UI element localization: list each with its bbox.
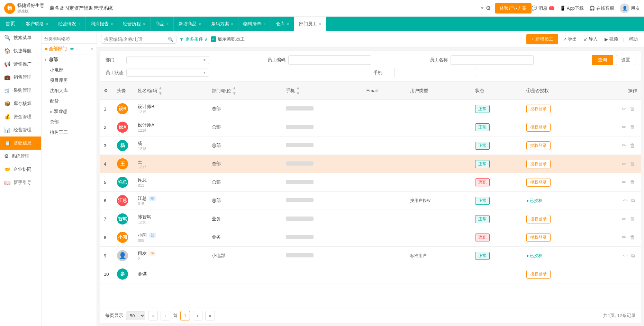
- emp-status-select[interactable]: ▼: [126, 69, 209, 77]
- copy-button[interactable]: ⧉: [631, 253, 635, 258]
- auth-button[interactable]: 授权登录: [526, 270, 551, 279]
- tab-bom[interactable]: 物料清单 ×: [238, 17, 271, 31]
- last-page-button[interactable]: »: [205, 311, 215, 320]
- col-name-code[interactable]: 姓名/编码 ▲▼: [134, 82, 208, 100]
- edit-button[interactable]: ✏: [623, 253, 628, 258]
- page-label: 首: [173, 312, 178, 319]
- edit-button[interactable]: ✏: [623, 197, 628, 203]
- tab-customer[interactable]: 客户联络 ×: [21, 17, 53, 31]
- sidebar-item-inventory[interactable]: 📦 库存核算: [0, 97, 41, 110]
- dept-edit-icon[interactable]: ✏: [70, 46, 74, 52]
- help-button[interactable]: 帮助: [627, 35, 640, 44]
- tab-business[interactable]: 经营情况 ×: [53, 17, 85, 31]
- tab-new-goods[interactable]: 新增商品 ×: [174, 17, 206, 31]
- sidebar-item-finance[interactable]: 💰 资金管理: [0, 110, 41, 123]
- edit-button[interactable]: ✏: [622, 234, 626, 240]
- delete-button[interactable]: 🗑: [630, 106, 635, 112]
- prev-page-button[interactable]: ‹: [161, 311, 170, 320]
- reset-button[interactable]: 设置: [616, 55, 635, 65]
- sidebar-item-search[interactable]: 🔍 搜索菜单: [0, 31, 41, 44]
- dept-item-zhishu[interactable]: 植树王三: [42, 127, 97, 138]
- trial-button[interactable]: 体验行业方案: [495, 3, 532, 14]
- auth-button[interactable]: 授权登录: [526, 123, 551, 132]
- col-phone[interactable]: 手机 ▲▼: [282, 82, 362, 100]
- tab-warehouse[interactable]: 仓库 ×: [271, 17, 294, 31]
- tab-barcode[interactable]: 条码方案 ×: [206, 17, 238, 31]
- table-row: 10 参 参谋: [100, 265, 641, 283]
- auth-button[interactable]: 授权登录: [526, 160, 551, 168]
- export-button[interactable]: ↗ 导出: [561, 35, 579, 44]
- delete-button[interactable]: 🗑: [630, 142, 635, 148]
- edit-button[interactable]: ✏: [622, 106, 626, 112]
- auth-button[interactable]: 授权登录: [526, 233, 551, 242]
- sidebar-item-sales[interactable]: 💼 销售管理: [0, 71, 41, 84]
- col-settings[interactable]: ⚙: [100, 82, 113, 100]
- phone-input[interactable]: [394, 68, 477, 77]
- sidebar-item-basic[interactable]: 📋 基础信息: [0, 136, 41, 150]
- tab-journey[interactable]: 经营历程 ×: [118, 17, 150, 31]
- first-page-button[interactable]: «: [148, 311, 158, 320]
- delete-button[interactable]: 🗑: [630, 179, 635, 185]
- copy-button[interactable]: ⧉: [631, 197, 635, 203]
- tab-profit[interactable]: 利润报告 ×: [86, 17, 118, 31]
- col-dept-position[interactable]: 部门/职位 ▲▼: [208, 82, 282, 100]
- row-name-code: 设计师B 1215: [134, 100, 208, 118]
- video-button[interactable]: ▶ 视频: [602, 35, 620, 44]
- emp-name-input[interactable]: [451, 55, 534, 65]
- add-employee-button[interactable]: + 新增员工: [526, 34, 558, 44]
- auth-button[interactable]: 授权登录: [526, 141, 551, 150]
- online-service-button[interactable]: 🎧 在线客服: [589, 5, 614, 11]
- tab-goods[interactable]: 商品 ×: [151, 17, 174, 31]
- tab-home[interactable]: 首页: [0, 17, 21, 31]
- show-all-checkbox[interactable]: ✓ 显示离职员工: [211, 36, 245, 42]
- search-icon[interactable]: 🔍: [168, 37, 173, 42]
- delete-button[interactable]: 🗑: [630, 124, 635, 130]
- auth-button[interactable]: 授权登录: [526, 215, 551, 223]
- search-input[interactable]: [104, 37, 166, 42]
- dept-item-zongbu[interactable]: 总部: [42, 117, 97, 127]
- dept-collapse-icon[interactable]: «: [91, 46, 93, 52]
- dept-item-peihuo[interactable]: 配货: [42, 96, 97, 106]
- basic-icon: 📋: [4, 140, 11, 146]
- auth-button[interactable]: 授权登录: [526, 105, 551, 113]
- filter-caret: ∧: [205, 37, 208, 42]
- sidebar-item-purchase[interactable]: 🛒 采购管理: [0, 84, 41, 97]
- edit-button[interactable]: ✏: [622, 179, 626, 185]
- delete-button[interactable]: 🗑: [630, 161, 635, 167]
- sidebar-item-operations[interactable]: 📊 经营管理: [0, 123, 41, 136]
- sidebar-item-marketing[interactable]: 📢 营销推广: [0, 58, 41, 71]
- table-header-row: ⚙ 头像 姓名/编码 ▲▼ 部门/职位: [100, 82, 641, 100]
- dept-item-shuangxu[interactable]: ▶双虚想: [42, 106, 97, 117]
- dept-select[interactable]: ▼: [126, 56, 209, 64]
- query-button[interactable]: 查询: [592, 55, 613, 65]
- auth-button[interactable]: 授权登录: [526, 178, 551, 187]
- dept-item-xiaodian[interactable]: 小电部: [42, 65, 97, 75]
- dept-item-xiangmu[interactable]: 项目库房: [42, 75, 97, 86]
- dropdown-arrow-icon[interactable]: ▼: [480, 6, 484, 11]
- sidebar-label-purchase: 采购管理: [13, 87, 31, 94]
- dept-item-shenyang[interactable]: 沈阳大库: [42, 86, 97, 96]
- delete-button[interactable]: 🗑: [630, 234, 635, 240]
- emp-code-input[interactable]: [288, 55, 371, 65]
- app-download-button[interactable]: 📱 App下载: [560, 5, 584, 11]
- msg-button[interactable]: 💬 消息 5: [532, 5, 554, 11]
- user-area[interactable]: 👤 用友: [620, 3, 640, 13]
- page-size-select[interactable]: 50 100 200: [126, 311, 145, 320]
- sidebar-item-nav[interactable]: 🏠 快捷导航: [0, 44, 41, 58]
- sidebar-item-guide[interactable]: 📖 新手引导: [0, 176, 41, 189]
- settings-icon[interactable]: ⚙: [486, 5, 491, 11]
- sidebar-item-collab[interactable]: 🤝 企业协同: [0, 163, 41, 176]
- edit-button[interactable]: ✏: [622, 124, 626, 130]
- dept-item-zongbu-group[interactable]: ▼总部: [42, 54, 97, 65]
- edit-button[interactable]: ✏: [622, 216, 626, 222]
- next-page-button[interactable]: ›: [193, 311, 202, 320]
- sidebar-item-system[interactable]: ⚙ 系统管理: [0, 150, 41, 163]
- tab-dept-employee[interactable]: 部门员工 ×: [294, 17, 326, 31]
- more-filter-button[interactable]: ▼ 更多条件 ∧: [179, 36, 208, 42]
- delete-button[interactable]: 🗑: [630, 216, 635, 222]
- dept-tree-header[interactable]: ■ 全部部门 ✏ «: [42, 44, 97, 54]
- edit-button[interactable]: ✏: [622, 161, 626, 167]
- dept-search-input[interactable]: [44, 36, 96, 41]
- import-button[interactable]: ↙ 导入: [582, 35, 600, 44]
- edit-button[interactable]: ✏: [622, 142, 626, 148]
